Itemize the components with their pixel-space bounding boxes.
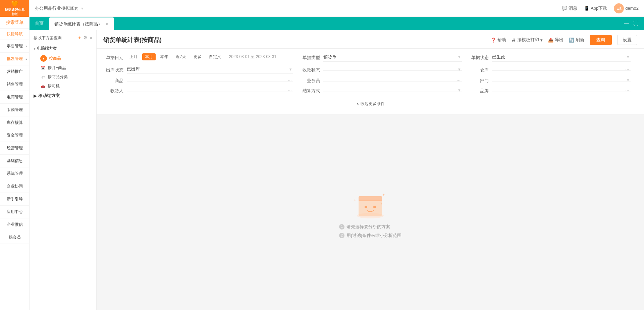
- status-chevron-icon[interactable]: ▾: [627, 54, 629, 59]
- tree-item-by-month-goods[interactable]: 📅 按月+商品: [30, 63, 96, 72]
- receiver-value[interactable]: ···: [127, 90, 293, 92]
- date-btn-7days[interactable]: 近7天: [173, 53, 189, 60]
- sidebar-item-enterprise[interactable]: 企业协同: [0, 180, 29, 193]
- payment-chevron-icon[interactable]: ▾: [458, 67, 461, 72]
- date-btn-lastmonth[interactable]: 上月: [127, 53, 140, 60]
- search-menu-item[interactable]: 搜索菜单: [0, 17, 29, 29]
- help-button[interactable]: ❓ 帮助: [491, 37, 506, 43]
- print-label: 按模板打印: [517, 37, 539, 43]
- warehouse-value[interactable]: ···: [492, 69, 631, 71]
- refresh-button[interactable]: 🔄 刷新: [569, 37, 584, 43]
- date-filter-label: 单据日期: [103, 55, 127, 61]
- tree-mobile-group[interactable]: ▶ 移动端方案: [30, 91, 96, 101]
- sidebar-item-marketing[interactable]: 营销推广: [0, 65, 29, 78]
- sidebar-item-finance[interactable]: 资金管理: [0, 129, 29, 142]
- sidebar-item-member[interactable]: 畅会员: [0, 231, 29, 244]
- collapse-filters-button[interactable]: ∧ 收起更多条件: [103, 98, 637, 109]
- filter-row-2: 出库状态 已出库 ▾ 收款状态 ▾ 仓库 ···: [103, 66, 637, 74]
- goods-more-icon[interactable]: ···: [288, 78, 292, 83]
- sidebar-item-enterprise-label: 企业协同: [1, 184, 28, 189]
- add-scheme-button[interactable]: +: [78, 35, 81, 41]
- sales-report-tab-label: 销货单统计表（按商品）: [54, 21, 102, 27]
- tab-close-icon[interactable]: ×: [105, 21, 109, 27]
- settings-scheme-button[interactable]: ⚙: [83, 35, 88, 41]
- tree-item-by-category[interactable]: 🏷 按商品分类: [30, 72, 96, 82]
- goods-label: 商品: [103, 78, 127, 84]
- sidebar-item-retail[interactable]: 零售管理 ▾: [0, 40, 29, 53]
- type-chevron-icon[interactable]: ▾: [458, 54, 461, 59]
- tree-mobile-arrow-icon: ▶: [34, 93, 37, 98]
- scheme-icon-category: 🏷: [40, 74, 46, 80]
- message-button[interactable]: 💬 消息: [562, 5, 577, 11]
- logo-icon: 🧡: [11, 1, 18, 7]
- salesman-value[interactable]: ···: [323, 80, 462, 82]
- brand-more-icon[interactable]: ···: [625, 88, 629, 93]
- department-chevron-icon[interactable]: ▾: [627, 78, 629, 83]
- scheme-icon-month: 📅: [40, 65, 46, 71]
- print-dropdown-icon[interactable]: ▾: [540, 38, 543, 43]
- svg-text:✦: ✦: [354, 198, 356, 202]
- tree-item-by-goods[interactable]: ● 按商品: [30, 53, 96, 63]
- quick-nav-label: 快捷导航: [7, 32, 23, 36]
- sidebar-item-basic-label: 基础信息: [1, 158, 28, 164]
- query-label: 查询: [596, 37, 605, 43]
- department-value[interactable]: ▾: [492, 80, 631, 82]
- salesman-more-icon[interactable]: ···: [457, 78, 461, 83]
- warehouse-more-icon[interactable]: ···: [625, 66, 629, 72]
- sidebar-item-wholesale[interactable]: 批发管理 ▴: [0, 53, 29, 65]
- maximize-icon[interactable]: ⛶: [633, 20, 639, 27]
- main-area: 办公用品行业模拟账套 ▾ 💬 消息 📱 App下载 Ea demo2 首页: [30, 0, 644, 310]
- breadcrumb-chevron-icon[interactable]: ▾: [81, 6, 83, 11]
- sidebar-item-operations[interactable]: 经营管理: [0, 142, 29, 155]
- avatar: Ea: [614, 3, 624, 13]
- minimize-icon[interactable]: —: [624, 20, 629, 27]
- sidebar-item-appcenter[interactable]: 应用中心: [0, 206, 29, 218]
- collapse-panel-button[interactable]: «: [90, 35, 92, 41]
- sidebar-item-inventory[interactable]: 库存核算: [0, 116, 29, 129]
- sidebar-item-system[interactable]: 系统管理: [0, 167, 29, 180]
- svg-rect-1: [359, 200, 382, 216]
- sidebar-item-newuser[interactable]: 新手引导: [0, 193, 29, 206]
- sidebar-item-sales-label: 销售管理: [1, 82, 28, 87]
- brand-value[interactable]: ···: [492, 90, 631, 92]
- tab-sales-report[interactable]: 销货单统计表（按商品） ×: [49, 17, 114, 31]
- date-btn-thisyear[interactable]: 本年: [158, 53, 171, 60]
- breadcrumb-text: 办公用品行业模拟账套: [35, 5, 78, 11]
- sidebar-item-ecommerce[interactable]: 电商管理: [0, 91, 29, 104]
- tab-bar: 首页 销货单统计表（按商品） × — ⛶: [30, 17, 644, 30]
- out-status-chevron-icon[interactable]: ▾: [289, 67, 292, 72]
- sidebar-item-purchase[interactable]: 采购管理: [0, 104, 29, 116]
- svg-rect-2: [359, 196, 382, 201]
- quick-nav-item[interactable]: 快捷导航: [0, 29, 29, 40]
- receiver-more-icon[interactable]: ···: [288, 88, 292, 93]
- tree-item-by-driver[interactable]: 🚗 按司机: [30, 82, 96, 91]
- export-button[interactable]: 📤 导出: [548, 37, 564, 43]
- settlement-chevron-icon[interactable]: ▾: [458, 88, 461, 93]
- status-filter-value[interactable]: 已生效 ▾: [492, 54, 631, 62]
- tree-desktop-group[interactable]: ▾ 电脑端方案: [30, 44, 96, 53]
- sidebar-item-sales[interactable]: 销售管理: [0, 78, 29, 91]
- settlement-value[interactable]: ▾: [323, 90, 462, 92]
- tab-home[interactable]: 首页: [30, 17, 49, 30]
- date-btn-custom[interactable]: 自定义: [206, 53, 224, 60]
- user-menu[interactable]: Ea demo2: [614, 3, 639, 13]
- query-button[interactable]: 查询: [590, 35, 612, 45]
- goods-value[interactable]: ···: [127, 80, 293, 82]
- tree-item-month-goods-label: 按月+商品: [48, 65, 66, 71]
- type-filter-value[interactable]: 销货单 ▾: [323, 54, 462, 62]
- sidebar: 🧡 畅捷通好生意 标版 搜索菜单 快捷导航 零售管理 ▾ 批发管理 ▴ 营销推广…: [0, 0, 30, 310]
- empty-msg-2: 2 用[过滤]条件来缩小分析范围: [339, 232, 401, 239]
- out-status-value[interactable]: 已出库 ▾: [127, 66, 293, 74]
- settings-button[interactable]: 设置: [617, 35, 637, 45]
- sidebar-item-corpwechat[interactable]: 企业微信: [0, 218, 29, 231]
- sidebar-item-basic[interactable]: 基础信息: [0, 155, 29, 167]
- brand-label: 品牌: [469, 88, 492, 94]
- payment-value[interactable]: ▾: [323, 69, 462, 71]
- app-download-button[interactable]: 📱 App下载: [584, 5, 607, 11]
- date-btn-thismonth[interactable]: 本月: [142, 53, 156, 60]
- print-button[interactable]: 🖨 按模板打印 ▾: [512, 37, 543, 43]
- sidebar-item-purchase-label: 采购管理: [1, 107, 28, 113]
- sidebar-item-member-label: 畅会员: [1, 235, 28, 240]
- out-status-text: 已出库: [127, 66, 140, 72]
- date-btn-more[interactable]: 更多: [191, 53, 204, 60]
